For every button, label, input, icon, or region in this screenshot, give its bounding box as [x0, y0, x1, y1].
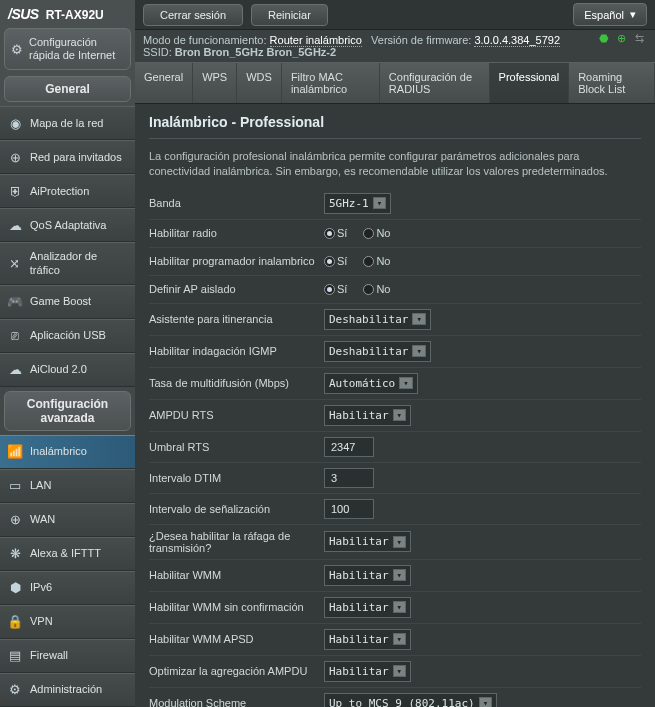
- sidebar-item-label: Red para invitados: [30, 151, 122, 164]
- sidebar-item-red-para-invitados[interactable]: ⊕Red para invitados: [0, 140, 135, 174]
- field-label: Asistente para itinerancia: [149, 313, 324, 325]
- sidebar-item-lan[interactable]: ▭LAN: [0, 469, 135, 503]
- field-label: Intervalo de señalización: [149, 503, 324, 515]
- tab-filtro-mac-inalámbrico[interactable]: Filtro MAC inalámbrico: [282, 63, 380, 103]
- select-4[interactable]: Deshabilitar▾: [324, 309, 431, 330]
- sidebar-item-qos-adaptativa[interactable]: ☁QoS Adaptativa: [0, 208, 135, 242]
- infobar: Modo de funcionamiento: Router inalámbri…: [135, 30, 655, 62]
- field-label: Habilitar programador inalambrico: [149, 255, 324, 267]
- field-label: Banda: [149, 197, 324, 209]
- tab-roaming-block-list[interactable]: Roaming Block List: [569, 63, 655, 103]
- sidebar-item-alexa-ifttt[interactable]: ❋Alexa & IFTTT: [0, 537, 135, 571]
- select-value: Habilitar: [329, 601, 389, 614]
- tab-wps[interactable]: WPS: [193, 63, 237, 103]
- radio-yes[interactable]: Sí: [324, 255, 347, 267]
- globe-gear-icon: ⚙: [11, 40, 23, 58]
- field-label: Umbral RTS: [149, 441, 324, 453]
- sidebar-item-administraci-n[interactable]: ⚙Administración: [0, 673, 135, 707]
- field-label: Habilitar WMM sin confirmación: [149, 601, 324, 613]
- select-value: Habilitar: [329, 535, 389, 548]
- form-row: Habilitar WMM sin confirmaciónHabilitar▾: [149, 592, 641, 624]
- sidebar-section-general: General: [4, 76, 131, 102]
- nav-icon: 🔒: [6, 613, 24, 631]
- sidebar-item-label: AiCloud 2.0: [30, 363, 87, 376]
- select-13[interactable]: Habilitar▾: [324, 597, 411, 618]
- nav-icon: ▤: [6, 647, 24, 665]
- usb-icon[interactable]: ⊕: [617, 32, 629, 44]
- radio-yes[interactable]: Sí: [324, 227, 347, 239]
- field-label: Intervalo DTIM: [149, 472, 324, 484]
- select-6[interactable]: Automático▾: [324, 373, 418, 394]
- select-14[interactable]: Habilitar▾: [324, 629, 411, 650]
- sidebar-item-wan[interactable]: ⊕WAN: [0, 503, 135, 537]
- reboot-button[interactable]: Reiniciar: [251, 4, 328, 26]
- tabs: GeneralWPSWDSFiltro MAC inalámbricoConfi…: [135, 62, 655, 104]
- select-0[interactable]: 5GHz-1▾: [324, 193, 391, 214]
- sidebar-item-label: Alexa & IFTTT: [30, 547, 101, 560]
- chevron-down-icon: ▾: [412, 345, 425, 357]
- field-label: Definir AP aislado: [149, 283, 324, 295]
- field-label: ¿Desea habilitar la ráfaga de transmisió…: [149, 530, 324, 554]
- sidebar-item-aiprotection[interactable]: ⛨AiProtection: [0, 174, 135, 208]
- text-input-9[interactable]: [324, 468, 374, 488]
- sidebar-item-label: IPv6: [30, 581, 52, 594]
- nav-icon: ⛨: [6, 182, 24, 200]
- sidebar-item-firewall[interactable]: ▤Firewall: [0, 639, 135, 673]
- panel-description: La configuración profesional inalámbrica…: [149, 149, 641, 180]
- select-5[interactable]: Deshabilitar▾: [324, 341, 431, 362]
- select-value: Habilitar: [329, 633, 389, 646]
- sidebar: /SUS RT-AX92U ⚙ Configuración rápida de …: [0, 0, 135, 707]
- fw-value[interactable]: 3.0.0.4.384_5792: [474, 34, 560, 47]
- chevron-down-icon: ▾: [393, 665, 406, 677]
- form-row: Umbral RTS: [149, 432, 641, 463]
- sidebar-item-mapa-de-la-red[interactable]: ◉Mapa de la red: [0, 106, 135, 140]
- radio-yes[interactable]: Sí: [324, 283, 347, 295]
- form-row: Habilitar WMMHabilitar▾: [149, 560, 641, 592]
- form-row: AMPDU RTSHabilitar▾: [149, 400, 641, 432]
- select-value: Habilitar: [329, 409, 389, 422]
- sidebar-item-label: Inalámbrico: [30, 445, 87, 458]
- topbar: Cerrar sesión Reiniciar Español ▾: [135, 0, 655, 30]
- radio-no[interactable]: No: [363, 283, 390, 295]
- logout-button[interactable]: Cerrar sesión: [143, 4, 243, 26]
- sidebar-item-game-boost[interactable]: 🎮Game Boost: [0, 285, 135, 319]
- select-16[interactable]: Up to MCS 9 (802.11ac)▾: [324, 693, 497, 707]
- chevron-down-icon: ▾: [393, 601, 406, 613]
- sidebar-item-ipv6[interactable]: ⬢IPv6: [0, 571, 135, 605]
- text-input-8[interactable]: [324, 437, 374, 457]
- sidebar-item-vpn[interactable]: 🔒VPN: [0, 605, 135, 639]
- sidebar-item-inal-mbrico[interactable]: 📶Inalámbrico: [0, 435, 135, 469]
- nav-icon: ⎚: [6, 327, 24, 345]
- radio-no[interactable]: No: [363, 255, 390, 267]
- radio-no[interactable]: No: [363, 227, 390, 239]
- form-row: Asistente para itineranciaDeshabilitar▾: [149, 304, 641, 336]
- select-12[interactable]: Habilitar▾: [324, 565, 411, 586]
- select-11[interactable]: Habilitar▾: [324, 531, 411, 552]
- chevron-down-icon: ▾: [399, 377, 412, 389]
- text-input-10[interactable]: [324, 499, 374, 519]
- language-select[interactable]: Español ▾: [573, 3, 647, 26]
- field-label: Modulation Scheme: [149, 697, 324, 707]
- sidebar-item-aplicación-usb[interactable]: ⎚Aplicación USB: [0, 319, 135, 353]
- sidebar-item-label: Aplicación USB: [30, 329, 106, 342]
- link-icon[interactable]: ⇆: [635, 32, 647, 44]
- select-15[interactable]: Habilitar▾: [324, 661, 411, 682]
- tab-wds[interactable]: WDS: [237, 63, 282, 103]
- chevron-down-icon: ▾: [479, 697, 492, 707]
- sidebar-item-label: QoS Adaptativa: [30, 219, 106, 232]
- sidebar-item-analizador-de-tráfico[interactable]: ⤨Analizador de tráfico: [0, 242, 135, 284]
- status-icon[interactable]: ⬣: [599, 32, 611, 44]
- tab-general[interactable]: General: [135, 63, 193, 103]
- select-7[interactable]: Habilitar▾: [324, 405, 411, 426]
- sidebar-quick-internet[interactable]: ⚙ Configuración rápida de Internet: [4, 28, 131, 70]
- sidebar-item-label: Administración: [30, 683, 102, 696]
- sidebar-item-aicloud-2.0[interactable]: ☁AiCloud 2.0: [0, 353, 135, 387]
- field-label: Habilitar radio: [149, 227, 324, 239]
- logo: /SUS RT-AX92U: [0, 0, 135, 26]
- tab-professional[interactable]: Professional: [490, 63, 570, 103]
- form-row: Modulation SchemeUp to MCS 9 (802.11ac)▾: [149, 688, 641, 707]
- tab-configuración-de-radius[interactable]: Configuración de RADIUS: [380, 63, 490, 103]
- chevron-down-icon: ▾: [393, 536, 406, 548]
- select-value: Deshabilitar: [329, 345, 408, 358]
- nav-icon: ⬢: [6, 579, 24, 597]
